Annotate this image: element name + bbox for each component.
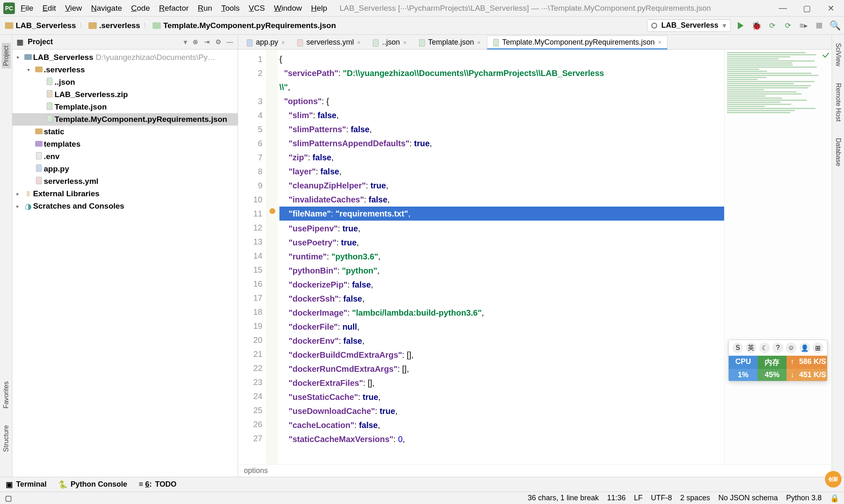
favorites-tool-tab[interactable]: Favorites: [2, 381, 10, 409]
search-everywhere-button[interactable]: 🔍: [831, 21, 839, 30]
menu-vcs[interactable]: VCS: [249, 4, 265, 13]
todo-tab[interactable]: ≡ 6:TODO: [139, 480, 176, 489]
menu-code[interactable]: Code: [131, 4, 150, 13]
tree-item[interactable]: templates: [12, 138, 238, 150]
ime-icon[interactable]: ?: [772, 342, 783, 353]
ime-icon[interactable]: ☺: [786, 342, 796, 353]
breadcrumb-item[interactable]: LAB_Serverless: [5, 21, 76, 30]
tree-item[interactable]: ▸◑Scratches and Consoles: [12, 200, 238, 212]
tab-close-icon[interactable]: ×: [477, 39, 481, 46]
chevron-down-icon[interactable]: ▾: [184, 38, 187, 47]
run-config-selector[interactable]: LAB_Serverless ▾: [647, 19, 731, 32]
project-tool-tab[interactable]: Project: [2, 43, 11, 69]
menu-edit[interactable]: Edit: [43, 4, 56, 13]
code-editor[interactable]: 12 3456789101112131415161718192021222324…: [238, 50, 832, 464]
stop-button[interactable]: [815, 21, 823, 30]
menu-window[interactable]: Window: [274, 4, 302, 13]
close-button[interactable]: ✕: [826, 3, 836, 13]
left-tool-strip: Project Favorites Structure: [0, 35, 12, 477]
breadcrumb: LAB_Serverless〉.serverless〉Template.MyCo…: [5, 21, 647, 30]
editor-area: app.py×serverless.yml×..json×Template.js…: [238, 35, 832, 477]
status-line-sep[interactable]: LF: [634, 494, 643, 502]
tree-item[interactable]: ..json: [12, 76, 238, 88]
ime-icon[interactable]: ⊞: [813, 342, 823, 353]
menu-file[interactable]: File: [21, 4, 33, 13]
tree-item[interactable]: Template.json: [12, 101, 238, 113]
terminal-tab[interactable]: ▣Terminal: [6, 480, 47, 489]
breadcrumb-item[interactable]: .serverless: [88, 21, 140, 30]
menu-navigate[interactable]: Navigate: [91, 4, 122, 13]
tree-item[interactable]: static: [12, 126, 238, 138]
menu-tools[interactable]: Tools: [221, 4, 239, 13]
sciview-tool-tab[interactable]: SciView: [834, 43, 842, 67]
editor-tab[interactable]: ..json×: [367, 35, 412, 49]
brand-badge[interactable]: 创新: [825, 471, 842, 487]
profile-button[interactable]: ⟳: [784, 21, 792, 30]
status-bar: ▢ 36 chars, 1 line break 11:36 LF UTF-8 …: [0, 492, 844, 504]
tree-item[interactable]: Template.MyComponent.pyRequirements.json: [12, 113, 238, 126]
tab-close-icon[interactable]: ×: [403, 39, 406, 46]
tab-close-icon[interactable]: ×: [357, 39, 360, 46]
maximize-button[interactable]: ▢: [802, 3, 812, 13]
ime-icon[interactable]: ☾: [759, 342, 770, 353]
status-encoding[interactable]: UTF-8: [651, 494, 672, 502]
project-tree[interactable]: ▾LAB_ServerlessD:\yuangezhizao\Documents…: [12, 50, 238, 477]
tree-item[interactable]: LAB_Serverless.zip: [12, 88, 238, 101]
locate-icon[interactable]: ⊕: [191, 38, 199, 46]
attach-button[interactable]: ≡▸: [799, 21, 808, 30]
right-tool-strip: SciView Remote Host Database: [832, 35, 844, 477]
python-console-tab[interactable]: 🐍Python Console: [58, 480, 127, 489]
tab-close-icon[interactable]: ×: [281, 39, 285, 46]
ime-icon[interactable]: S: [732, 342, 743, 353]
editor-breadcrumb[interactable]: options: [238, 464, 832, 477]
settings-icon[interactable]: ⚙: [215, 38, 222, 46]
system-monitor-widget[interactable]: S英☾?☺👤⊞ CPU 内存 ↑ 586 K/S 1% 45% ↓ 451 K/…: [728, 340, 827, 381]
menu-help[interactable]: Help: [311, 4, 327, 13]
toolbar-actions: 🐞 ⟳ ⟳ ≡▸ 🔍: [737, 21, 839, 30]
status-toggle-icon[interactable]: ▢: [5, 494, 15, 503]
breadcrumb-item[interactable]: Template.MyComponent.pyRequirements.json: [153, 21, 336, 30]
minimap[interactable]: [724, 50, 832, 464]
tree-item[interactable]: ▸⫴External Libraries: [12, 188, 238, 200]
terminal-icon: ▣: [6, 480, 13, 489]
tree-item[interactable]: app.py: [12, 163, 238, 175]
python-icon: 🐍: [58, 480, 67, 489]
project-panel-icon: ▦: [17, 38, 24, 47]
project-panel-header: ▦ Project ▾ ⊕ ⇥ ⚙ —: [12, 35, 238, 50]
breadcrumb-sep: 〉: [143, 22, 149, 29]
editor-tab[interactable]: serverless.yml×: [291, 35, 367, 49]
run-config-icon: [651, 23, 657, 29]
tree-item[interactable]: serverless.yml: [12, 175, 238, 188]
minimize-button[interactable]: —: [778, 3, 788, 13]
main-menu: FileEditViewNavigateCodeRefactorRunTools…: [21, 4, 327, 13]
database-tool-tab[interactable]: Database: [834, 138, 842, 166]
debug-button[interactable]: 🐞: [752, 21, 761, 30]
editor-tab[interactable]: app.py×: [241, 35, 291, 49]
status-schema[interactable]: No JSON schema: [718, 494, 778, 502]
collapse-icon[interactable]: ⇥: [203, 38, 210, 46]
tree-item[interactable]: ▾.serverless: [12, 64, 238, 76]
status-interpreter[interactable]: Python 3.8: [786, 494, 822, 502]
lock-icon[interactable]: 🔒: [830, 494, 839, 503]
menu-refactor[interactable]: Refactor: [159, 4, 189, 13]
window-title: LAB_Serverless [···\PycharmProjects\LAB_…: [340, 4, 778, 13]
main-area: Project Favorites Structure ▦ Project ▾ …: [0, 35, 844, 477]
status-cursor-pos[interactable]: 11:36: [607, 494, 626, 502]
project-panel: ▦ Project ▾ ⊕ ⇥ ⚙ — ▾LAB_ServerlessD:\yu…: [12, 35, 238, 477]
structure-tool-tab[interactable]: Structure: [2, 425, 10, 452]
menu-view[interactable]: View: [65, 4, 82, 13]
tab-close-icon[interactable]: ×: [658, 39, 661, 45]
code-content[interactable]: { "servicePath": "D:\\yuangezhizao\\Docu…: [278, 50, 724, 464]
coverage-button[interactable]: ⟳: [768, 21, 776, 30]
editor-tab[interactable]: Template.json×: [413, 35, 487, 49]
editor-tab[interactable]: Template.MyComponent.pyRequirements.json…: [487, 36, 668, 50]
hide-icon[interactable]: —: [226, 38, 234, 46]
run-button[interactable]: [737, 21, 745, 30]
tree-item[interactable]: ▾LAB_ServerlessD:\yuangezhizao\Documents…: [12, 51, 238, 64]
menu-run[interactable]: Run: [198, 4, 212, 13]
ime-icon[interactable]: 英: [746, 342, 756, 353]
ime-icon[interactable]: 👤: [799, 342, 810, 353]
tree-item[interactable]: .env: [12, 150, 238, 163]
status-indent[interactable]: 2 spaces: [680, 494, 710, 502]
remote-host-tool-tab[interactable]: Remote Host: [834, 83, 842, 121]
